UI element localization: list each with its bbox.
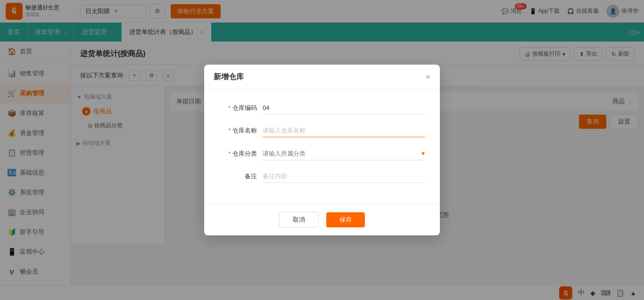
note-label: 备注 <box>219 172 257 181</box>
modal-close-button[interactable]: × <box>425 72 430 82</box>
code-form-row: 仓库编码 <box>219 101 425 115</box>
modal-title: 新增仓库 <box>214 72 244 82</box>
category-form-row: 仓库分类 ▾ <box>219 147 425 160</box>
note-form-row: 备注 <box>219 170 425 183</box>
code-label: 仓库编码 <box>219 104 257 112</box>
category-dropdown-icon: ▾ <box>421 150 425 157</box>
category-input[interactable] <box>263 150 421 157</box>
save-button[interactable]: 保存 <box>326 212 365 227</box>
note-input[interactable] <box>263 170 425 183</box>
modal-footer: 取消 保存 <box>204 204 440 235</box>
modal-overlay: 新增仓库 × 仓库编码 仓库名称 仓库分类 ▾ <box>0 0 644 300</box>
category-label: 仓库分类 <box>219 150 257 158</box>
cancel-button[interactable]: 取消 <box>279 212 319 228</box>
modal-body: 仓库编码 仓库名称 仓库分类 ▾ 备注 <box>204 90 440 204</box>
name-input[interactable] <box>263 124 425 137</box>
add-warehouse-modal: 新增仓库 × 仓库编码 仓库名称 仓库分类 ▾ <box>204 65 440 235</box>
modal-header: 新增仓库 × <box>204 65 440 90</box>
name-label: 仓库名称 <box>219 126 257 135</box>
code-input[interactable] <box>263 101 425 115</box>
category-select-wrap[interactable]: ▾ <box>263 147 425 160</box>
name-form-row: 仓库名称 <box>219 124 425 137</box>
